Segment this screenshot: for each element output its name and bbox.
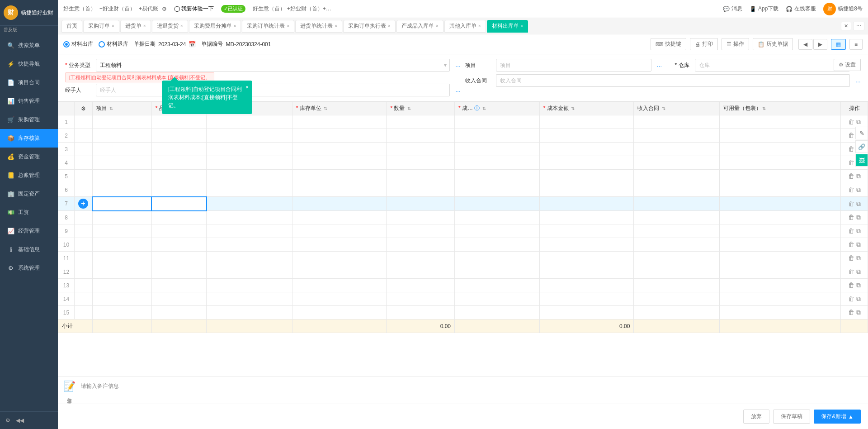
draft-button[interactable]: 保存草稿	[773, 410, 810, 424]
more-links[interactable]: 好生意（首） +好业财（首）+…	[253, 5, 331, 13]
copy-row-btn[interactable]: ⧉	[856, 172, 861, 180]
tab-close-icon[interactable]: ×	[521, 24, 524, 29]
delete-row-btn[interactable]: 🗑	[848, 241, 854, 248]
abandon-button[interactable]: 放弃	[743, 410, 769, 424]
cell-qty[interactable]	[387, 197, 455, 211]
tab-goods-return[interactable]: 进退货货 ×	[152, 20, 188, 33]
copy-row-btn[interactable]: ⧉	[856, 186, 861, 193]
tab-product-in[interactable]: 产成品入库单 ×	[396, 20, 443, 33]
settings-button[interactable]: ⚙	[4, 415, 12, 425]
save-button[interactable]: 保存&新增 ▲	[814, 410, 861, 424]
close-all-btn[interactable]: ✕	[841, 22, 851, 30]
copy-row-btn[interactable]: ⧉	[856, 268, 861, 275]
sidebar-item-finance[interactable]: 💰 资金管理	[0, 148, 58, 166]
sidebar-item-assets[interactable]: 🏢 固定资产	[0, 185, 58, 203]
copy-row-btn[interactable]: ⧉	[856, 309, 861, 316]
calendar-icon[interactable]: 📅	[189, 41, 196, 48]
th-cost[interactable]: * 成… ⓘ ⇅	[455, 102, 540, 115]
tab-purchase-exec[interactable]: 采购订单执行表 ×	[343, 20, 396, 33]
cell-item[interactable]	[92, 197, 151, 211]
cell-unit[interactable]	[292, 197, 387, 211]
next-btn[interactable]: ▶	[813, 39, 827, 50]
delete-row-btn[interactable]: 🗑	[848, 172, 854, 180]
app-download-btn[interactable]: 📱 App下载	[750, 5, 778, 13]
side-tool-edit[interactable]: ✎	[855, 127, 868, 139]
tab-close-icon[interactable]: ×	[112, 24, 114, 29]
tab-purchase-order[interactable]: 采购订单 ×	[83, 20, 119, 33]
info-icon[interactable]: ⓘ	[474, 105, 480, 111]
copy-row-btn[interactable]: ⧉	[856, 214, 861, 221]
th-available[interactable]: 可用量（包装）⇅	[719, 102, 840, 115]
topbar-link-3[interactable]: +易代账	[139, 5, 158, 13]
business-type-input[interactable]: 工程领料 ▾	[96, 59, 450, 72]
date-value[interactable]: 2023-03-24	[158, 41, 186, 48]
cell-cost_amount[interactable]	[539, 197, 634, 211]
side-tool-link[interactable]: 🔗	[855, 140, 868, 153]
more-options-icon[interactable]: …	[455, 87, 461, 93]
handler-input[interactable]: 经手人	[96, 84, 450, 96]
delete-row-btn[interactable]: 🗑	[848, 200, 854, 207]
sidebar-item-system[interactable]: ⚙ 系统管理	[0, 259, 58, 277]
cell-contract[interactable]	[634, 197, 719, 211]
delete-row-btn[interactable]: 🗑	[848, 132, 854, 139]
tab-close-icon[interactable]: ×	[287, 24, 289, 29]
tab-close-icon[interactable]: ×	[180, 24, 183, 29]
shortcut-btn[interactable]: ⌨ 快捷键	[651, 38, 686, 50]
sidebar-item-project[interactable]: 📄 项目合同	[0, 73, 58, 92]
delete-row-btn[interactable]: 🗑	[848, 281, 854, 289]
side-tool-image[interactable]: 🖼	[855, 154, 868, 167]
prev-btn[interactable]: ◀	[798, 39, 812, 50]
tab-close-icon[interactable]: ×	[478, 24, 481, 29]
tab-close-icon[interactable]: ×	[436, 24, 439, 29]
tab-purchase-stats[interactable]: 采购订单统计表 ×	[242, 20, 294, 33]
copy-row-btn[interactable]: ⧉	[856, 254, 861, 262]
grid-view-btn[interactable]: ▦	[831, 39, 846, 50]
delete-row-btn[interactable]: 🗑	[848, 309, 854, 316]
tab-home[interactable]: 首页	[61, 20, 82, 33]
tooltip-close-btn[interactable]: ×	[245, 83, 249, 91]
more-options-icon[interactable]: …	[657, 62, 662, 68]
tab-goods-in[interactable]: 进货单 ×	[120, 20, 151, 33]
collapse-button[interactable]: ◀◀	[14, 415, 26, 425]
remarks-input[interactable]	[79, 381, 863, 397]
th-item[interactable]: 项目 ⇅	[92, 102, 151, 115]
sidebar-item-salary[interactable]: 💵 工资	[0, 203, 58, 222]
warehouse-input[interactable]: 仓库	[695, 59, 850, 72]
print-btn[interactable]: 🖨 打印	[690, 38, 718, 50]
project-input[interactable]: 项目	[496, 59, 651, 72]
user-info[interactable]: 财 畅捷通8号	[823, 3, 863, 15]
tab-purchase-expense[interactable]: 采购费用分摊单 ×	[189, 20, 241, 33]
sidebar-item-search[interactable]: 🔍 搜索菜单	[0, 36, 58, 55]
radio-material-return[interactable]: 材料退库	[99, 40, 128, 48]
sidebar-item-sales[interactable]: 📊 销售管理	[0, 92, 58, 110]
copy-row-btn[interactable]: ⧉	[856, 200, 861, 207]
save-dropdown-icon[interactable]: ▲	[848, 414, 854, 420]
sidebar-item-basic[interactable]: ℹ 基础信息	[0, 240, 58, 259]
delete-row-btn[interactable]: 🗑	[848, 145, 854, 153]
sidebar-item-ledger[interactable]: 📒 总账管理	[0, 166, 58, 185]
sidebar-item-nav[interactable]: ⚡ 快捷导航	[0, 55, 58, 73]
th-qty[interactable]: * 数量 ⇅	[387, 102, 455, 115]
delete-row-btn[interactable]: 🗑	[848, 186, 854, 193]
delete-row-btn[interactable]: 🗑	[848, 214, 854, 221]
list-view-btn[interactable]: ≡	[849, 39, 863, 50]
tab-material-out[interactable]: 材料出库单 ×	[487, 20, 528, 33]
delete-row-btn[interactable]: 🗑	[848, 159, 854, 166]
field-settings-btn[interactable]: ⚙ 设置	[834, 59, 861, 71]
more-options-icon[interactable]: …	[855, 77, 861, 84]
topbar-link-2[interactable]: +好业财（首）	[99, 5, 135, 13]
sidebar-item-inventory[interactable]: 📦 库存核算	[0, 129, 58, 148]
copy-row-btn[interactable]: ⧉	[856, 295, 861, 302]
message-btn[interactable]: 💬 消息	[723, 5, 742, 13]
copy-row-btn[interactable]: ⧉	[856, 227, 861, 234]
radio-material-out[interactable]: 材料出库	[63, 40, 93, 48]
th-contract[interactable]: 收入合同 ⇅	[634, 102, 719, 115]
delete-row-btn[interactable]: 🗑	[848, 268, 854, 275]
delete-row-btn[interactable]: 🗑	[848, 227, 854, 234]
th-settings[interactable]: ⚙	[75, 102, 93, 115]
delete-row-btn[interactable]: 🗑	[848, 254, 854, 262]
add-row-btn[interactable]: +	[78, 199, 88, 209]
copy-row-btn[interactable]: ⧉	[856, 281, 861, 289]
th-unit[interactable]: * 库存单位 ⇅	[292, 102, 387, 115]
more-options-icon[interactable]: …	[455, 62, 461, 68]
